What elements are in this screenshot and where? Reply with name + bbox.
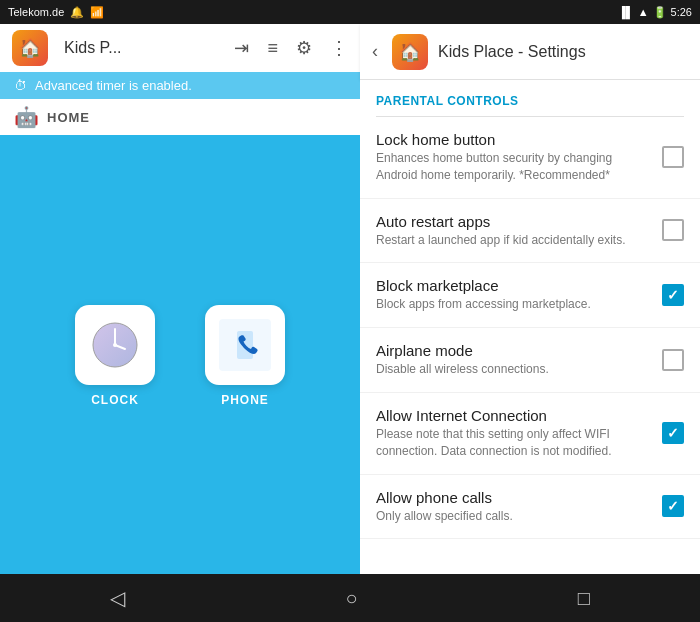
lock-home-title: Lock home button <box>376 131 650 148</box>
allow-phone-calls-title: Allow phone calls <box>376 489 650 506</box>
allow-internet-title: Allow Internet Connection <box>376 407 650 424</box>
settings-title: Kids Place - Settings <box>438 43 586 61</box>
block-marketplace-desc: Block apps from accessing marketplace. <box>376 296 650 313</box>
auto-restart-desc: Restart a launched app if kid accidental… <box>376 232 650 249</box>
svg-point-4 <box>113 343 117 347</box>
lock-home-text: Lock home button Enhances home button se… <box>376 131 650 184</box>
status-bar-left: Telekom.de 🔔 📶 <box>8 6 104 19</box>
back-arrow-icon[interactable]: ‹ <box>372 41 378 62</box>
setting-block-marketplace[interactable]: Block marketplace Block apps from access… <box>360 263 700 328</box>
auto-restart-text: Auto restart apps Restart a launched app… <box>376 213 650 249</box>
allow-phone-calls-desc: Only allow specified calls. <box>376 508 650 525</box>
settings-app-icon: 🏠 <box>392 34 428 70</box>
setting-allow-phone-calls[interactable]: Allow phone calls Only allow specified c… <box>360 475 700 540</box>
time-label: 5:26 <box>671 6 692 18</box>
phone-app-item[interactable]: PHONE <box>205 305 285 407</box>
block-marketplace-checkbox[interactable] <box>662 284 684 306</box>
allow-phone-calls-text: Allow phone calls Only allow specified c… <box>376 489 650 525</box>
status-bar: Telekom.de 🔔 📶 ▐▌ ▲ 🔋 5:26 <box>0 0 700 24</box>
main-content: 🏠 Kids P... ⇥ ≡ ⚙ ⋮ ⏱ Advanced timer is … <box>0 24 700 574</box>
left-panel: 🏠 Kids P... ⇥ ≡ ⚙ ⋮ ⏱ Advanced timer is … <box>0 24 360 574</box>
list-icon[interactable]: ≡ <box>267 38 278 59</box>
timer-banner: ⏱ Advanced timer is enabled. <box>0 72 360 99</box>
recent-nav-button[interactable]: □ <box>578 587 590 610</box>
allow-internet-text: Allow Internet Connection Please note th… <box>376 407 650 460</box>
login-icon[interactable]: ⇥ <box>234 37 249 59</box>
right-panel: ‹ 🏠 Kids Place - Settings PARENTAL CONTR… <box>360 24 700 574</box>
app-title: Kids P... <box>64 39 218 57</box>
auto-restart-title: Auto restart apps <box>376 213 650 230</box>
settings-header: ‹ 🏠 Kids Place - Settings <box>360 24 700 80</box>
airplane-mode-checkbox[interactable] <box>662 349 684 371</box>
battery-icon: 🔋 <box>653 6 667 19</box>
phone-label: PHONE <box>221 393 269 407</box>
settings-content: PARENTAL CONTROLS Lock home button Enhan… <box>360 80 700 574</box>
timer-text: Advanced timer is enabled. <box>35 78 192 93</box>
lock-home-checkbox[interactable] <box>662 146 684 168</box>
left-top-bar: 🏠 Kids P... ⇥ ≡ ⚙ ⋮ <box>0 24 360 72</box>
home-tab-bar: 🤖 HOME <box>0 99 360 135</box>
overflow-icon[interactable]: ⋮ <box>330 37 348 59</box>
clock-label: CLOCK <box>91 393 139 407</box>
carrier-label: Telekom.de <box>8 6 64 18</box>
clock-app-icon <box>75 305 155 385</box>
status-bar-right: ▐▌ ▲ 🔋 5:26 <box>618 6 692 19</box>
wifi-icon: ▲ <box>638 6 649 18</box>
airplane-mode-text: Airplane mode Disable all wireless conne… <box>376 342 650 378</box>
bottom-nav: ◁ ○ □ <box>0 574 700 622</box>
clock-app-item[interactable]: CLOCK <box>75 305 155 407</box>
phone-app-icon <box>205 305 285 385</box>
setting-auto-restart[interactable]: Auto restart apps Restart a launched app… <box>360 199 700 264</box>
clock-svg <box>89 319 141 371</box>
setting-lock-home-button[interactable]: Lock home button Enhances home button se… <box>360 117 700 199</box>
airplane-mode-title: Airplane mode <box>376 342 650 359</box>
lock-home-desc: Enhances home button security by changin… <box>376 150 650 184</box>
android-icon: 🤖 <box>14 105 39 129</box>
block-marketplace-title: Block marketplace <box>376 277 650 294</box>
allow-internet-checkbox[interactable] <box>662 422 684 444</box>
app-icon: 🏠 <box>12 30 48 66</box>
setting-allow-internet[interactable]: Allow Internet Connection Please note th… <box>360 393 700 475</box>
apps-grid: CLOCK PHONE <box>0 137 360 574</box>
settings-icon[interactable]: ⚙ <box>296 37 312 59</box>
setting-airplane-mode[interactable]: Airplane mode Disable all wireless conne… <box>360 328 700 393</box>
signal-icon: ▐▌ <box>618 6 634 18</box>
sim-icon: 📶 <box>90 6 104 19</box>
back-nav-button[interactable]: ◁ <box>110 586 125 610</box>
alarm-icon: 🔔 <box>70 6 84 19</box>
timer-icon: ⏱ <box>14 78 27 93</box>
allow-internet-desc: Please note that this setting only affec… <box>376 426 650 460</box>
block-marketplace-text: Block marketplace Block apps from access… <box>376 277 650 313</box>
home-nav-button[interactable]: ○ <box>345 587 357 610</box>
section-header: PARENTAL CONTROLS <box>360 80 700 116</box>
phone-svg <box>219 319 271 371</box>
allow-phone-calls-checkbox[interactable] <box>662 495 684 517</box>
home-tab-label[interactable]: HOME <box>47 110 90 125</box>
auto-restart-checkbox[interactable] <box>662 219 684 241</box>
airplane-mode-desc: Disable all wireless connections. <box>376 361 650 378</box>
top-icons: ⇥ ≡ ⚙ ⋮ <box>234 37 348 59</box>
